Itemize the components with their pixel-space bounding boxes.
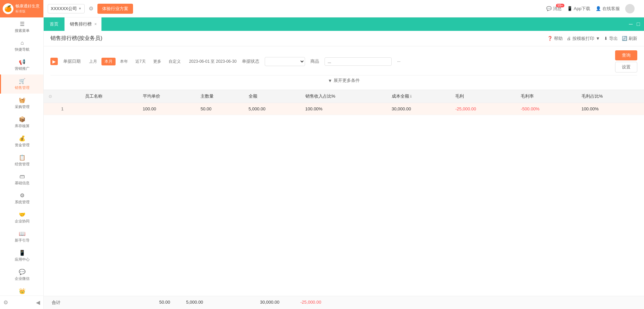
- tab-sales-ranking[interactable]: 销售排行榜 ×: [65, 17, 101, 31]
- sidebar-item-shortcuts[interactable]: ⌂ 快捷导航: [0, 37, 43, 55]
- tab-minimize-icon[interactable]: ─: [629, 21, 633, 27]
- table-row: 1 100.00 50.00 5,000.00 100.00% 30,000.0…: [44, 103, 644, 115]
- sidebar-item-basic[interactable]: 🗃 基础信息: [0, 170, 43, 189]
- collab-icon: 🤝: [19, 211, 26, 218]
- message-icon: 💬: [546, 6, 552, 11]
- topbar-settings-icon[interactable]: ⚙: [89, 5, 93, 12]
- sidebar-item-operations[interactable]: 📋 经营管理: [0, 151, 43, 170]
- logo-icon: 🍊: [3, 3, 13, 14]
- avatar[interactable]: [625, 4, 635, 13]
- help-icon: ❓: [547, 36, 553, 41]
- logo-sub: 标准版: [15, 9, 40, 14]
- print-button[interactable]: 🖨 按模板打印 ▼: [567, 36, 600, 42]
- col-avg-price: 平均单价: [139, 90, 197, 103]
- home-icon: ⌂: [20, 40, 24, 46]
- message-badge: 99+: [556, 4, 564, 7]
- date-range: 2023-06-01 至 2023-06-30: [189, 59, 237, 64]
- refresh-icon: 🔄: [622, 36, 627, 41]
- goods-input[interactable]: [325, 57, 392, 66]
- tab-maximize-icon[interactable]: □: [637, 21, 640, 27]
- date-tab-this-month[interactable]: 本月: [101, 58, 116, 65]
- col-settings[interactable]: ⚙: [44, 90, 57, 103]
- download-icon: 📱: [567, 6, 572, 11]
- tab-close-icon[interactable]: ×: [94, 22, 97, 27]
- table-area: ⚙ 员工名称 平均单价 主数量 全额 销售收入占比% 成本全额 ℹ 毛利 毛利率…: [44, 90, 644, 296]
- settings-icon[interactable]: ⚙: [3, 299, 8, 306]
- refresh-button[interactable]: 🔄 刷新: [622, 36, 637, 42]
- export-button[interactable]: ⬇ 导出: [604, 36, 618, 42]
- sidebar-item-guide[interactable]: 📖 新手引导: [0, 227, 43, 246]
- expand-more-button[interactable]: ▼ 展开更多条件: [50, 75, 637, 86]
- date-tabs: 上月 本月 本年 近7天 更多 自定义: [86, 58, 184, 65]
- topbar-right: 💬 消息 99+ 📱 App下载 👤 在线客服: [546, 4, 640, 13]
- online-service-action[interactable]: 👤 在线客服: [596, 6, 620, 12]
- footer-amount: 5,000.00: [182, 300, 216, 306]
- sidebar-item-wechat[interactable]: 💬 企业微信: [0, 265, 43, 285]
- sidebar-item-search[interactable]: ☰ 搜索菜单: [0, 17, 43, 37]
- col-cost: 成本全额 ℹ: [388, 90, 451, 103]
- trial-button[interactable]: 体验行业方案: [97, 4, 133, 14]
- date-tab-this-year[interactable]: 本年: [117, 58, 131, 65]
- tab-home[interactable]: 首页: [44, 17, 65, 31]
- filter-area: ▶ 单据日期 上月 本月 本年 近7天 更多 自定义 2023-06-01 至 …: [44, 46, 644, 90]
- print-chevron-icon: ▼: [596, 36, 600, 41]
- row-employee: [81, 103, 139, 115]
- col-employee: 员工名称: [81, 90, 139, 103]
- app-download-action[interactable]: 📱 App下载: [567, 6, 590, 12]
- app-download-label: App下载: [574, 6, 590, 12]
- apps-icon: 📱: [19, 250, 26, 256]
- col-rank: [57, 90, 81, 103]
- system-icon: ⚙: [20, 192, 25, 199]
- guide-icon: 📖: [19, 230, 26, 237]
- company-selector[interactable]: XXXXXX公司 ▼: [48, 4, 85, 13]
- header-actions: ❓ 帮助 🖨 按模板打印 ▼ ⬇ 导出 🔄 刷新: [547, 36, 637, 42]
- help-button[interactable]: ❓ 帮助: [547, 36, 563, 42]
- expand-chevron-icon: ▼: [328, 78, 332, 83]
- app-logo: 🍊 畅康通好生意 标准版: [0, 0, 43, 17]
- online-service-label: 在线客服: [602, 6, 620, 12]
- date-tab-custom[interactable]: 自定义: [166, 58, 184, 65]
- status-label: 单据状态: [242, 58, 259, 64]
- collapse-icon[interactable]: ◀: [36, 299, 40, 306]
- sidebar: 🍊 畅康通好生意 标准版 ☰ 搜索菜单 ⌂ 快捷导航 📢 营销推广 🛒 销售管理…: [0, 0, 44, 309]
- status-select[interactable]: [265, 57, 305, 66]
- date-tab-last-month[interactable]: 上月: [86, 58, 100, 65]
- set-button[interactable]: 设置: [615, 62, 637, 72]
- footer-revenue-pct: [216, 300, 256, 306]
- date-label: 单据日期: [63, 58, 81, 64]
- sidebar-nav: ☰ 搜索菜单 ⌂ 快捷导航 📢 营销推广 🛒 销售管理 🧺 采购管理 📦 库存核…: [0, 17, 43, 296]
- goods-more-icon[interactable]: ···: [397, 59, 400, 64]
- tabbar: 首页 销售排行榜 × ─ □: [44, 17, 644, 31]
- data-table: ⚙ 员工名称 平均单价 主数量 全额 销售收入占比% 成本全额 ℹ 毛利 毛利率…: [44, 90, 644, 115]
- export-icon: ⬇: [604, 36, 608, 41]
- col-amount: 全额: [245, 90, 301, 103]
- sidebar-item-finance[interactable]: 💰 资金管理: [0, 132, 43, 151]
- row-margin-pct: 100.00%: [577, 103, 644, 115]
- sidebar-item-purchase[interactable]: 🧺 采购管理: [0, 94, 43, 113]
- table-footer: 合计 50.00 5,000.00 30,000.00 -25,000.00: [44, 296, 644, 309]
- finance-icon: 💰: [19, 135, 26, 142]
- sidebar-item-sales[interactable]: 🛒 销售管理: [0, 74, 43, 94]
- sidebar-item-member[interactable]: 👑 畅会员: [0, 285, 43, 296]
- operations-icon: 📋: [19, 154, 26, 161]
- wechat-icon: 💬: [19, 269, 26, 275]
- cost-info-icon: ℹ: [410, 94, 412, 98]
- sidebar-item-collab[interactable]: 🤝 企业协同: [0, 208, 43, 227]
- row-gross: -25,000.00: [451, 103, 517, 115]
- topbar: XXXXXX公司 ▼ ⚙ 体验行业方案 💬 消息 99+ 📱 App下载 👤 在…: [44, 0, 644, 17]
- tab-label: 销售排行榜: [70, 21, 92, 27]
- sidebar-item-inventory[interactable]: 📦 库存核算: [0, 113, 43, 132]
- sidebar-item-system[interactable]: ⚙ 系统管理: [0, 189, 43, 208]
- footer-label: 合计: [48, 300, 88, 306]
- query-button[interactable]: 查询: [615, 50, 637, 60]
- content-area: 销售排行榜(按业务员) ❓ 帮助 🖨 按模板打印 ▼ ⬇ 导出 🔄 刷新: [44, 31, 644, 309]
- date-tab-7days[interactable]: 近7天: [132, 58, 149, 65]
- sidebar-item-marketing[interactable]: 📢 营销推广: [0, 55, 43, 74]
- date-tab-more[interactable]: 更多: [150, 58, 164, 65]
- message-action[interactable]: 💬 消息 99+: [546, 6, 562, 12]
- filter-toggle-button[interactable]: ▶: [50, 58, 58, 65]
- row-margin-rate: -500.00%: [517, 103, 577, 115]
- company-name: XXXXXX公司: [51, 6, 77, 12]
- footer-quantity: 50.00: [155, 300, 182, 306]
- sidebar-item-apps[interactable]: 📱 应用中心: [0, 246, 43, 265]
